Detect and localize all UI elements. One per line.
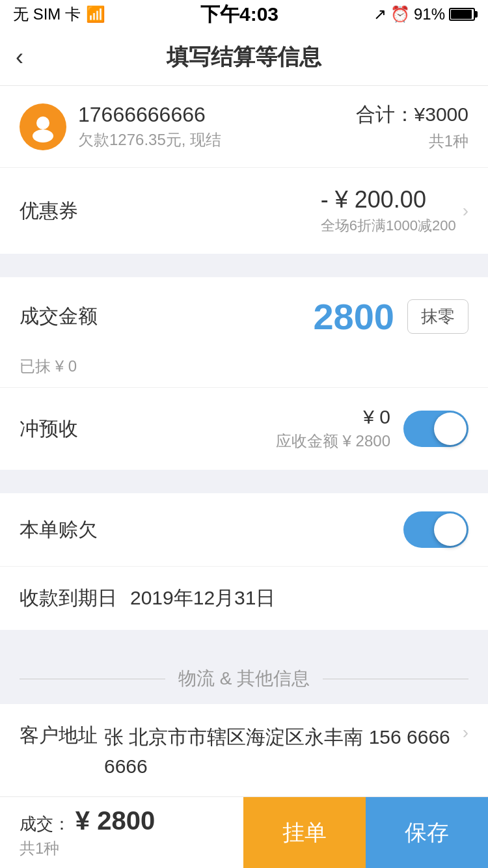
address-row: 客户地址 张 北京市市辖区海淀区永丰南 156 6666 6666 ›: [0, 704, 488, 799]
customer-info: 17666666666 欠款1276.35元, 现结: [78, 103, 221, 150]
due-date-label: 收款到期日: [20, 585, 117, 612]
flush-sub: 应收金额 ¥ 2800: [276, 431, 390, 452]
section-divider-2: [0, 480, 488, 493]
address-content: 张 北京市市辖区海淀区永丰南 156 6666 6666: [104, 722, 456, 781]
carrier-label: 无 SIM 卡: [13, 4, 81, 25]
address-card[interactable]: 客户地址 张 北京市市辖区海淀区永丰南 156 6666 6666 ›: [0, 704, 488, 799]
logistics-label: 物流 & 其他信息: [165, 666, 323, 691]
customer-left: 17666666666 欠款1276.35元, 现结: [20, 103, 221, 150]
due-date-value: 2019年12月31日: [130, 585, 275, 612]
bottom-deal-row: 成交： ¥ 2800: [20, 806, 224, 835]
flush-right: ¥ 0 应收金额 ¥ 2800: [276, 406, 468, 452]
divider-line-left: [20, 679, 165, 679]
customer-right: 合计：¥3000 共1种: [356, 102, 468, 152]
bottom-count: 共1种: [20, 838, 224, 859]
avatar: [20, 103, 66, 150]
svg-point-0: [36, 116, 49, 129]
credit-card: 本单赊欠 收款到期日 2019年12月31日: [0, 493, 488, 630]
toggle-knob: [434, 413, 467, 445]
alarm-icon: ⏰: [390, 5, 410, 23]
chevron-right-icon: ›: [463, 200, 468, 221]
coupon-sub: 全场6折满1000减200: [321, 216, 456, 236]
location-icon: ↗: [373, 5, 386, 23]
coupon-amount: - ¥ 200.00: [321, 186, 456, 213]
customer-phone: 17666666666: [78, 103, 221, 127]
hang-order-button[interactable]: 挂单: [243, 797, 366, 869]
deal-sub: 已抹 ¥ 0: [0, 356, 488, 387]
flush-prepay-toggle[interactable]: [403, 411, 468, 447]
bottom-bar: 成交： ¥ 2800 共1种 挂单 保存: [0, 796, 488, 868]
status-time: 下午4:03: [200, 1, 278, 28]
customer-sub: 欠款1276.35元, 现结: [78, 129, 221, 150]
page-title: 填写结算等信息: [167, 42, 321, 72]
divider-line-right: [323, 679, 468, 679]
flush-prepay-row: 冲预收 ¥ 0 应收金额 ¥ 2800: [0, 387, 488, 470]
coupon-right: - ¥ 200.00 全场6折满1000减200 ›: [321, 186, 468, 236]
status-bar: 无 SIM 卡 📶 下午4:03 ↗ ⏰ 91%: [0, 0, 488, 29]
customer-card: 17666666666 欠款1276.35元, 现结 合计：¥3000 共1种 …: [0, 86, 488, 254]
bottom-deal-label: 成交：: [20, 814, 70, 834]
total-count: 共1种: [356, 131, 468, 152]
address-chevron-icon: ›: [463, 722, 468, 743]
status-right: ↗ ⏰ 91%: [373, 5, 475, 23]
round-zero-button[interactable]: 抹零: [407, 299, 468, 334]
deal-amount-label: 成交金额: [20, 303, 98, 330]
credit-toggle-knob: [434, 513, 467, 546]
coupon-row[interactable]: 优惠券 - ¥ 200.00 全场6折满1000减200 ›: [0, 167, 488, 254]
nav-bar: ‹ 填写结算等信息: [0, 29, 488, 86]
deal-card: 成交金额 2800 抹零 已抹 ¥ 0 冲预收 ¥ 0 应收金额 ¥ 2800: [0, 277, 488, 470]
credit-toggle[interactable]: [403, 511, 468, 548]
deal-amount-row: 成交金额 2800 抹零: [0, 277, 488, 356]
wifi-icon: 📶: [86, 5, 105, 23]
battery-label: 91%: [414, 5, 445, 23]
svg-point-1: [33, 129, 53, 142]
flush-prepay-label: 冲预收: [20, 416, 78, 442]
deal-right: 2800 抹零: [313, 295, 468, 338]
flush-amount: ¥ 0: [276, 406, 390, 428]
customer-row: 17666666666 欠款1276.35元, 现结 合计：¥3000 共1种: [0, 86, 488, 167]
total-amount: 合计：¥3000: [356, 102, 468, 128]
bottom-info: 成交： ¥ 2800 共1种: [0, 806, 243, 859]
section-divider-3: [0, 640, 488, 653]
section-divider-1: [0, 264, 488, 277]
deal-amount-value: 2800: [313, 295, 394, 338]
bottom-deal-amount: ¥ 2800: [75, 806, 155, 835]
back-button[interactable]: ‹: [16, 44, 23, 71]
address-label: 客户地址: [20, 722, 98, 749]
flush-amount-block: ¥ 0 应收金额 ¥ 2800: [276, 406, 390, 452]
coupon-label: 优惠券: [20, 198, 78, 224]
due-date-row: 收款到期日 2019年12月31日: [0, 566, 488, 630]
status-left: 无 SIM 卡 📶: [13, 4, 105, 25]
save-button[interactable]: 保存: [366, 797, 488, 869]
credit-row: 本单赊欠: [0, 493, 488, 566]
logistics-header: 物流 & 其他信息: [0, 653, 488, 704]
credit-label: 本单赊欠: [20, 517, 98, 543]
battery-icon: [449, 8, 475, 21]
content-area: 17666666666 欠款1276.35元, 现结 合计：¥3000 共1种 …: [0, 86, 488, 868]
